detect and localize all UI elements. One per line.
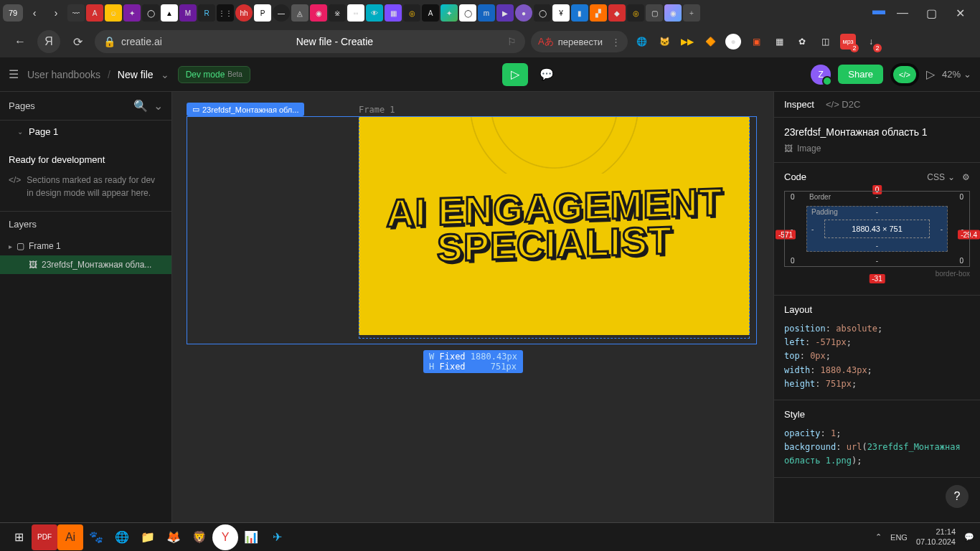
tab-favicon[interactable]: ▲: [161, 4, 178, 22]
tab-favicon[interactable]: ◯: [534, 4, 551, 22]
ext-icon[interactable]: ●: [725, 34, 741, 50]
tab-favicon[interactable]: hh: [235, 4, 253, 22]
notifications-icon[interactable]: 💬: [964, 532, 974, 542]
canvas-area[interactable]: ▭ 23refdsf_Монтажная обл... Frame 1 AI E…: [172, 92, 773, 522]
close-button[interactable]: ✕: [948, 3, 971, 23]
frame-label[interactable]: Frame 1: [359, 105, 395, 115]
chevron-down-icon[interactable]: ⌄: [154, 99, 163, 113]
share-button[interactable]: Share: [838, 65, 883, 84]
layer-item-frame[interactable]: ▸ ▢ Frame 1: [0, 237, 171, 255]
tab-favicon[interactable]: ▞: [590, 4, 607, 22]
nav-back-icon[interactable]: ‹: [24, 3, 44, 23]
tab-favicon[interactable]: ◎: [403, 4, 420, 22]
task-icon-telegram[interactable]: ✈: [264, 524, 290, 550]
tab-favicon[interactable]: ▪▪: [347, 4, 364, 22]
reload-button[interactable]: ⟳: [66, 30, 89, 53]
yandex-button[interactable]: Я: [37, 30, 60, 53]
tab-favicon[interactable]: m: [478, 4, 495, 22]
menu-indicator-icon[interactable]: ▬: [872, 3, 885, 23]
present-button[interactable]: ▷: [926, 67, 935, 81]
tab-favicon[interactable]: ◎: [627, 4, 644, 22]
minimize-button[interactable]: —: [891, 3, 914, 23]
ext-icon[interactable]: 🐱: [656, 34, 672, 50]
play-button[interactable]: ▷: [502, 63, 528, 86]
task-icon-explorer[interactable]: 📁: [135, 524, 161, 550]
code-lang-select[interactable]: CSS ⌄ ⚙: [927, 172, 970, 182]
lang-indicator[interactable]: ENG: [890, 533, 908, 542]
back-button[interactable]: ←: [9, 30, 32, 53]
page-item[interactable]: ⌄ Page 1: [0, 121, 171, 143]
tab-counter[interactable]: 79: [3, 4, 23, 22]
code-toggle[interactable]: </>: [890, 63, 919, 86]
hamburger-icon[interactable]: ☰: [9, 67, 19, 81]
zoom-display[interactable]: 42% ⌄: [942, 69, 971, 80]
task-icon-brave[interactable]: 🦁: [187, 524, 212, 550]
settings-icon[interactable]: ⚙: [962, 172, 970, 182]
tab-favicon[interactable]: ◯: [142, 4, 159, 22]
tab-favicon[interactable]: ※: [329, 4, 346, 22]
new-tab-button[interactable]: +: [683, 4, 700, 22]
clock[interactable]: 21:14 07.10.2024: [916, 527, 956, 546]
task-icon[interactable]: 🐾: [83, 524, 109, 550]
task-icon-firefox[interactable]: 🦊: [161, 524, 187, 550]
tab-favicon[interactable]: ▮: [571, 4, 588, 22]
layer-item-selected[interactable]: 🖼 23refdsf_Монтажная обла...: [0, 255, 171, 274]
tab-d2c[interactable]: </> D2C: [826, 99, 860, 110]
tab-favicon[interactable]: P: [254, 4, 271, 22]
tab-favicon[interactable]: R: [198, 4, 215, 22]
tab-favicon[interactable]: ▦: [385, 4, 402, 22]
ext-badge[interactable]: мрз: [840, 34, 856, 50]
tab-favicon[interactable]: ¥: [552, 4, 570, 22]
dev-mode-badge[interactable]: Dev mode Beta: [178, 66, 250, 83]
tab-favicon[interactable]: ✦: [123, 4, 141, 22]
extensions-menu-icon[interactable]: ✿: [794, 34, 810, 50]
tab-favicon[interactable]: ▢: [646, 4, 663, 22]
style-code[interactable]: opacity: 1; background: url(23refdsf_Мон…: [784, 427, 970, 468]
help-button[interactable]: ?: [946, 485, 969, 508]
breadcrumb-parent[interactable]: User handbooks: [27, 69, 100, 80]
tab-inspect[interactable]: Inspect: [784, 99, 814, 110]
ext-icon[interactable]: ▣: [748, 34, 764, 50]
ext-icon[interactable]: 🔶: [702, 34, 718, 50]
tray-chevron-icon[interactable]: ⌃: [875, 532, 882, 542]
tab-favicon[interactable]: A: [422, 4, 439, 22]
tab-favicon[interactable]: M: [179, 4, 197, 22]
ext-icon[interactable]: ▶▶: [679, 34, 695, 50]
tab-favicon[interactable]: 👁: [366, 4, 383, 22]
task-icon-edge[interactable]: 🌐: [109, 524, 135, 550]
sidebar-panel-icon[interactable]: ◫: [817, 34, 833, 50]
comment-button[interactable]: 💬: [534, 63, 560, 86]
tab-favicon[interactable]: ☺: [105, 4, 122, 22]
layout-code[interactable]: position: absolute; left: -571px; top: 0…: [784, 322, 970, 391]
tab-favicon[interactable]: ▶: [496, 4, 514, 22]
nav-fwd-icon[interactable]: ›: [46, 3, 66, 23]
tab-favicon[interactable]: ◉: [310, 4, 327, 22]
ext-icon[interactable]: 🌐: [633, 34, 649, 50]
tab-favicon[interactable]: ◬: [291, 4, 308, 22]
downloads-icon[interactable]: ↓: [863, 34, 879, 50]
url-box[interactable]: 🔒 creatie.ai New file - Creatie ⚐: [95, 30, 525, 53]
search-icon[interactable]: 🔍: [133, 99, 148, 113]
ext-icon[interactable]: ▦: [771, 34, 787, 50]
tab-favicon[interactable]: A: [86, 4, 103, 22]
translate-chip[interactable]: Аあ перевести ⋮: [531, 31, 628, 52]
task-icon-yandex[interactable]: Y: [212, 524, 238, 550]
tab-favicon-active[interactable]: ◉: [664, 4, 682, 22]
selection-label[interactable]: ▭ 23refdsf_Монтажная обл...: [187, 103, 304, 116]
chevron-down-icon[interactable]: ⌄: [161, 69, 169, 80]
bookmark-icon[interactable]: ⚐: [507, 36, 517, 47]
task-icon[interactable]: 📊: [238, 524, 264, 550]
tab-favicon[interactable]: ◆: [608, 4, 626, 22]
tab-favicon[interactable]: —: [273, 4, 290, 22]
start-button[interactable]: ⊞: [6, 524, 32, 550]
breadcrumb-current[interactable]: New file: [118, 69, 154, 80]
tab-favicon[interactable]: 〰: [67, 4, 85, 22]
tab-favicon[interactable]: ◯: [459, 4, 476, 22]
tab-favicon[interactable]: ✦: [440, 4, 458, 22]
maximize-button[interactable]: ▢: [920, 3, 943, 23]
tab-favicon[interactable]: ●: [515, 4, 532, 22]
avatar[interactable]: Z: [811, 65, 831, 85]
kebab-icon[interactable]: ⋮: [611, 37, 621, 47]
tab-favicon[interactable]: ⋮⋮: [217, 4, 234, 22]
task-icon[interactable]: PDF: [32, 524, 57, 550]
